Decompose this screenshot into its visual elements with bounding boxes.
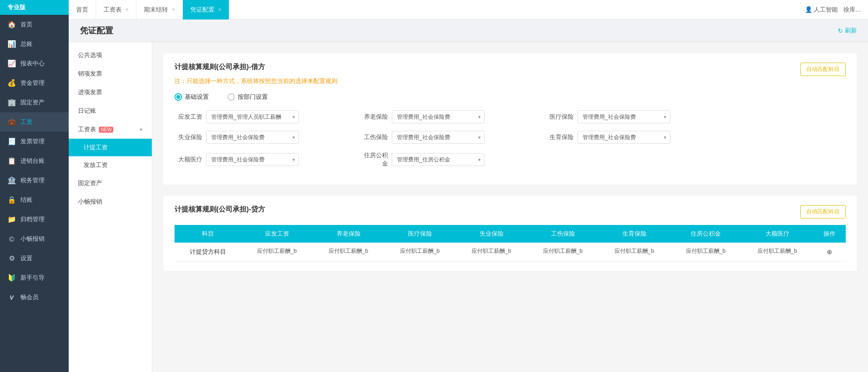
sub-nav-item-xc-expense[interactable]: 小畅报销 bbox=[69, 192, 152, 211]
debit-title: 计提核算规则(公司承担)-借方 bbox=[175, 63, 800, 71]
sidebar-item-guide[interactable]: 🔰 新手引导 bbox=[0, 268, 69, 288]
sidebar-item-label: 小畅报销 bbox=[20, 235, 45, 243]
unemployment-select[interactable]: 管理费用_社会保险费 bbox=[206, 131, 299, 144]
debit-section: 计提核算规则(公司承担)-借方 注：只能选择一种方式，系统将按照您当前的选择来配… bbox=[163, 53, 857, 185]
sub-nav-calc-salary-label: 计提工资 bbox=[84, 144, 108, 151]
sub-nav-xc-expense-label: 小畅报销 bbox=[78, 198, 102, 206]
medical-select[interactable]: 管理费用_社会保险费 bbox=[577, 110, 670, 123]
sub-nav-item-fixed-asset[interactable]: 固定资产 bbox=[69, 174, 152, 192]
cell-medical[interactable]: 应付职工薪酬_b bbox=[384, 243, 456, 262]
radio-basic-circle bbox=[175, 93, 182, 101]
sub-nav-item-pay-salary[interactable]: 发放工资 bbox=[69, 156, 152, 174]
sidebar-item-xc-report[interactable]: © 小畅报销 bbox=[0, 229, 69, 249]
cell-major-medical[interactable]: 应付职工薪酬_b bbox=[742, 243, 813, 262]
sub-nav-item-red-invoice[interactable]: 销项发票 bbox=[69, 64, 152, 83]
tab-payroll[interactable]: 工资表 × bbox=[96, 0, 136, 19]
credit-section: 计提核算规则(公司承担)-贷方 自动匹配科目 科目 应发工资 养老保险 医疗保险… bbox=[163, 196, 857, 271]
cell-salary-value: 应付职工薪酬_b bbox=[257, 247, 297, 255]
work-injury-select[interactable]: 管理费用_社会保险费 bbox=[392, 131, 485, 144]
tab-payroll-close[interactable]: × bbox=[125, 6, 129, 13]
sub-nav-item-calc-salary[interactable]: 计提工资 bbox=[69, 139, 152, 156]
pension-select[interactable]: 管理费用_社会保险费 bbox=[392, 110, 485, 123]
maternity-label: 生育保险 bbox=[546, 133, 574, 141]
th-actions: 操作 bbox=[813, 225, 846, 243]
radio-dept[interactable]: 按部门设置 bbox=[227, 93, 268, 101]
major-medical-select[interactable]: 管理费用_社会保险费 bbox=[206, 153, 299, 166]
work-injury-select-wrapper: 管理费用_社会保险费 bbox=[392, 131, 485, 144]
sidebar-item-tax[interactable]: 🏦 税务管理 bbox=[0, 171, 69, 190]
sidebar-item-salary[interactable]: 💼 工资 bbox=[0, 112, 69, 132]
debit-auto-match-button[interactable]: 自动匹配科目 bbox=[800, 63, 846, 76]
th-salary: 应发工资 bbox=[241, 225, 313, 243]
major-medical-select-wrapper: 管理费用_社会保险费 bbox=[206, 153, 299, 166]
cell-salary[interactable]: 应付职工薪酬_b bbox=[241, 243, 313, 262]
sidebar-item-label: 设置 bbox=[20, 254, 32, 263]
tab-voucher-config-close[interactable]: × bbox=[218, 6, 221, 13]
sub-nav-item-in-invoice[interactable]: 进项发票 bbox=[69, 83, 152, 102]
field-maternity: 生育保险 管理费用_社会保险费 bbox=[546, 131, 722, 144]
sidebar-item-report[interactable]: 📈 报表中心 bbox=[0, 54, 69, 73]
refresh-label: 刷新 bbox=[845, 26, 857, 35]
main-area: 首页 工资表 × 期末结转 × 凭证配置 × 👤 人工智能 徐库... 凭证配置… bbox=[69, 0, 868, 372]
cell-housing-fund[interactable]: 应付职工薪酬_b bbox=[670, 243, 742, 262]
salary-select[interactable]: 管理费用_管理人员职工薪酬 bbox=[206, 110, 299, 123]
asset-icon: 🏢 bbox=[7, 98, 16, 107]
credit-table-wrapper: 科目 应发工资 养老保险 医疗保险 失业保险 工伤保险 生育保险 住房公积金 大… bbox=[175, 225, 846, 262]
tab-voucher-config[interactable]: 凭证配置 × bbox=[183, 0, 229, 19]
fund-icon: 💰 bbox=[7, 79, 16, 87]
sidebar-item-label: 报表中心 bbox=[20, 59, 45, 68]
edit-icon[interactable]: ⊕ bbox=[827, 248, 832, 256]
sub-nav-item-payroll-table[interactable]: 工资表 NEW ▾ bbox=[69, 120, 152, 139]
tab-period-close-close[interactable]: × bbox=[172, 6, 175, 13]
cell-unemployment[interactable]: 应付职工薪酬_b bbox=[456, 243, 527, 262]
housing-fund-select[interactable]: 管理费用_住房公积金 bbox=[392, 153, 485, 166]
radio-basic-label: 基础设置 bbox=[185, 93, 209, 101]
salary-select-wrapper: 管理费用_管理人员职工薪酬 bbox=[206, 110, 299, 123]
tax-icon: 🏦 bbox=[7, 176, 16, 185]
sidebar-item-trade[interactable]: 📋 进销台账 bbox=[0, 151, 69, 171]
sidebar-item-fund[interactable]: 💰 资金管理 bbox=[0, 73, 69, 93]
sidebar-item-settings[interactable]: ⚙ 设置 bbox=[0, 249, 69, 268]
sidebar-item-close[interactable]: 🔒 结账 bbox=[0, 190, 69, 210]
maternity-select[interactable]: 管理费用_社会保险费 bbox=[577, 131, 670, 144]
sidebar-item-ledger[interactable]: 📊 总账 bbox=[0, 34, 69, 54]
sidebar-item-member[interactable]: V 畅会员 bbox=[0, 288, 69, 307]
credit-header-row: 计提核算规则(公司承担)-贷方 自动匹配科目 bbox=[175, 205, 846, 219]
th-maternity: 生育保险 bbox=[599, 225, 670, 243]
sidebar-item-archive[interactable]: 📁 归档管理 bbox=[0, 210, 69, 229]
sidebar-item-home[interactable]: 🏠 首页 bbox=[0, 15, 69, 34]
topbar-right: 👤 人工智能 徐库... bbox=[805, 6, 868, 14]
page-body: 公共选项 销项发票 进项发票 日记账 工资表 NEW ▾ 计提工资 发放工资 bbox=[69, 42, 868, 372]
th-major-medical: 大额医疗 bbox=[742, 225, 813, 243]
tab-voucher-config-label: 凭证配置 bbox=[190, 6, 214, 14]
sidebar-item-label: 结账 bbox=[20, 196, 32, 204]
close-acct-icon: 🔒 bbox=[7, 196, 16, 204]
sidebar-item-label: 固定资产 bbox=[20, 98, 45, 107]
debit-note: 注：只能选择一种方式，系统将按照您当前的选择来配置规则 bbox=[175, 77, 800, 85]
tab-period-close-label: 期末结转 bbox=[144, 6, 168, 14]
sidebar-item-asset[interactable]: 🏢 固定资产 bbox=[0, 93, 69, 112]
th-housing-fund: 住房公积金 bbox=[670, 225, 742, 243]
cell-maternity[interactable]: 应付职工薪酬_b bbox=[599, 243, 670, 262]
refresh-button[interactable]: ↻ 刷新 bbox=[838, 26, 857, 35]
tab-home[interactable]: 首页 bbox=[69, 0, 96, 19]
salary-label: 应发工资 bbox=[175, 113, 202, 121]
radio-basic[interactable]: 基础设置 bbox=[175, 93, 209, 101]
cell-work-injury[interactable]: 应付职工薪酬_b bbox=[527, 243, 599, 262]
sub-nav-item-public[interactable]: 公共选项 bbox=[69, 46, 152, 64]
sidebar-item-label: 进销台账 bbox=[20, 157, 45, 165]
sub-nav-item-journal[interactable]: 日记账 bbox=[69, 102, 152, 120]
field-medical: 医疗保险 管理费用_社会保险费 bbox=[546, 110, 722, 123]
sub-nav-public-label: 公共选项 bbox=[78, 51, 102, 59]
sidebar-item-invoice-mgr[interactable]: 🧾 发票管理 bbox=[0, 132, 69, 151]
sub-nav: 公共选项 销项发票 进项发票 日记账 工资表 NEW ▾ 计提工资 发放工资 bbox=[69, 42, 152, 372]
cell-work-injury-value: 应付职工薪酬_b bbox=[543, 247, 583, 255]
cell-pension[interactable]: 应付职工薪酬_b bbox=[313, 243, 384, 262]
credit-auto-match-button[interactable]: 自动匹配科目 bbox=[800, 205, 846, 218]
credit-title: 计提核算规则(公司承担)-贷方 bbox=[175, 205, 265, 214]
sidebar-item-label: 新手引导 bbox=[20, 274, 45, 282]
housing-fund-label: 住房公积金 bbox=[360, 151, 388, 168]
field-work-injury: 工伤保险 管理费用_社会保险费 bbox=[360, 131, 537, 144]
tab-period-close[interactable]: 期末结转 × bbox=[136, 0, 183, 19]
content-area: 计提核算规则(公司承担)-借方 注：只能选择一种方式，系统将按照您当前的选择来配… bbox=[152, 42, 868, 372]
